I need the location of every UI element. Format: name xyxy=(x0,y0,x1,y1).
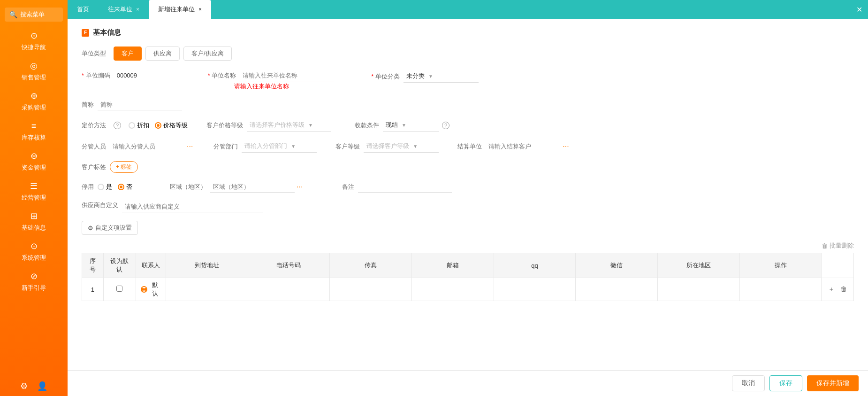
customer-price-level-field: 客户价格等级 请选择客户价格等级 ▼ xyxy=(206,119,331,132)
unit-name-error: 请输入往来单位名称 xyxy=(234,82,334,91)
unit-code-input[interactable] xyxy=(114,70,189,81)
settlement-unit-more-btn[interactable]: ··· xyxy=(561,142,571,151)
region-row-input[interactable] xyxy=(745,286,817,293)
remark-label: 备注 xyxy=(342,183,354,191)
unit-type-supplier-btn[interactable]: 供应离 xyxy=(145,47,180,61)
manager-more-btn[interactable]: ··· xyxy=(185,142,195,151)
row-add-btn[interactable]: ＋ xyxy=(826,284,837,295)
cancel-button[interactable]: 取消 xyxy=(732,375,765,391)
sidebar-item-quick-nav[interactable]: ⊙ 快捷导航 xyxy=(0,25,68,55)
address-input[interactable] xyxy=(253,286,325,293)
customer-price-level-select[interactable]: 请选择客户价格等级 ▼ xyxy=(247,119,331,132)
department-field: 分管部门 请输入分管部门 ▼ xyxy=(213,140,317,153)
radio-price-level[interactable]: 价格等级 xyxy=(155,121,188,130)
tab-partners[interactable]: 往来单位 × xyxy=(99,0,149,19)
qq-input[interactable] xyxy=(580,286,653,293)
row-checkbox[interactable] xyxy=(116,286,122,292)
section-title: 基本信息 xyxy=(93,28,121,37)
system-icon: ⊙ xyxy=(28,241,39,252)
unit-category-arrow: ▼ xyxy=(428,74,433,79)
default-radio[interactable] xyxy=(141,286,147,293)
custom-settings-btn[interactable]: ⚙ 自定义项设置 xyxy=(82,221,138,235)
sidebar-item-sales[interactable]: ◎ 销售管理 xyxy=(0,55,68,85)
cell-default-radio[interactable]: 默认 xyxy=(136,278,166,301)
pricing-method-help[interactable]: ? xyxy=(114,122,121,129)
cell-default-checkbox[interactable] xyxy=(103,278,136,301)
customer-level-select[interactable]: 请选择客户等级 ▼ xyxy=(364,140,439,153)
tab-partners-close[interactable]: × xyxy=(136,6,139,13)
tag-add-btn[interactable]: + 标签 xyxy=(110,161,138,173)
manager-label: 分管人员 xyxy=(82,142,106,151)
sales-icon: ◎ xyxy=(28,60,39,71)
inventory-icon: ≡ xyxy=(28,120,39,132)
sidebar-item-basics[interactable]: ⊞ 基础信息 xyxy=(0,206,68,236)
sidebar-item-label: 基础信息 xyxy=(22,224,46,232)
batch-delete-btn[interactable]: 🗑 批量删除 xyxy=(82,241,854,250)
cell-phone[interactable] xyxy=(330,278,412,301)
manager-input[interactable] xyxy=(110,141,185,152)
remark-input[interactable] xyxy=(358,181,452,193)
sidebar-search[interactable]: 🔍 搜索菜单 xyxy=(5,8,63,22)
cell-email[interactable] xyxy=(494,278,576,301)
phone-input[interactable] xyxy=(335,286,407,293)
customer-level-field: 客户等级 请选择客户等级 ▼ xyxy=(335,140,439,153)
cell-wechat[interactable] xyxy=(658,278,740,301)
unit-type-row: 单位类型 客户 供应离 客户/供应离 xyxy=(82,47,854,61)
unit-type-both-btn[interactable]: 客户/供应离 xyxy=(183,47,232,61)
supplier-custom-input[interactable] xyxy=(122,201,263,212)
unit-type-customer-btn[interactable]: 客户 xyxy=(114,47,142,61)
department-select[interactable]: 请输入分管部门 ▼ xyxy=(242,140,317,153)
tab-home[interactable]: 首页 xyxy=(68,0,99,19)
tab-bar-close-icon[interactable]: ✕ xyxy=(856,5,862,14)
sidebar-item-label: 采购管理 xyxy=(22,103,46,112)
sidebar-item-inventory[interactable]: ≡ 库存核算 xyxy=(0,116,68,146)
settlement-unit-input[interactable] xyxy=(486,141,561,152)
unit-category-label: 单位分类 xyxy=(371,72,400,81)
cell-qq[interactable] xyxy=(576,278,658,301)
radio-disabled-yes[interactable]: 是 xyxy=(98,183,112,191)
sidebar-item-purchase[interactable]: ⊕ 采购管理 xyxy=(0,85,68,116)
payment-terms-select[interactable]: 现结 ▼ xyxy=(383,119,439,132)
region-more-btn[interactable]: ··· xyxy=(295,183,305,191)
cell-address[interactable] xyxy=(248,278,330,301)
col-contact: 联系人 xyxy=(136,253,166,278)
unit-category-select[interactable]: 未分类 ▼ xyxy=(404,70,479,83)
sidebar-item-operations[interactable]: ☰ 经营管理 xyxy=(0,176,68,206)
sidebar-item-system[interactable]: ⊙ 系统管理 xyxy=(0,236,68,266)
unit-name-field: 单位名称 xyxy=(208,70,334,81)
sidebar-item-label: 系统管理 xyxy=(22,254,46,262)
disabled-row: 停用 是 否 区域（地区） ··· xyxy=(82,181,854,193)
short-name-input[interactable] xyxy=(98,99,182,110)
unit-name-label: 单位名称 xyxy=(208,71,236,80)
user-icon[interactable]: 👤 xyxy=(37,381,47,391)
customer-price-level-label: 客户价格等级 xyxy=(206,121,243,130)
radio-discount[interactable]: 折扣 xyxy=(129,121,149,130)
unit-name-input[interactable] xyxy=(240,70,334,81)
cell-fax[interactable] xyxy=(411,278,494,301)
customer-level-arrow: ▼ xyxy=(413,144,418,149)
cell-region-val[interactable] xyxy=(739,278,822,301)
radio-disabled-no[interactable]: 否 xyxy=(118,183,132,191)
contact-input[interactable] xyxy=(171,286,243,293)
row-delete-btn[interactable]: 🗑 xyxy=(838,284,849,294)
supplier-custom-row: 供应商自定义 xyxy=(82,201,854,212)
save-new-button[interactable]: 保存并新增 xyxy=(807,375,859,391)
beginner-icon: ⊘ xyxy=(28,271,39,282)
wechat-input[interactable] xyxy=(662,286,735,293)
save-button[interactable]: 保存 xyxy=(769,375,802,391)
region-input[interactable] xyxy=(210,181,295,193)
disabled-radio-group: 是 否 xyxy=(98,183,132,191)
payment-terms-help[interactable]: ? xyxy=(442,122,449,129)
tab-new-partner-label: 新增往来单位 xyxy=(158,5,195,14)
cell-contact[interactable] xyxy=(166,278,248,301)
fax-input[interactable] xyxy=(417,286,489,293)
sidebar-item-beginner[interactable]: ⊘ 新手引导 xyxy=(0,266,68,296)
settings-icon[interactable]: ⚙ xyxy=(20,381,28,391)
unit-code-field: 单位编码 xyxy=(82,70,189,81)
tab-new-partner[interactable]: 新增往来单位 × xyxy=(149,0,211,19)
sidebar-item-finance[interactable]: ⊛ 资金管理 xyxy=(0,146,68,176)
email-input[interactable] xyxy=(499,286,571,293)
tab-new-partner-close[interactable]: × xyxy=(198,6,202,13)
radio-price-level-label: 价格等级 xyxy=(163,121,188,130)
col-wechat: 微信 xyxy=(576,253,658,278)
